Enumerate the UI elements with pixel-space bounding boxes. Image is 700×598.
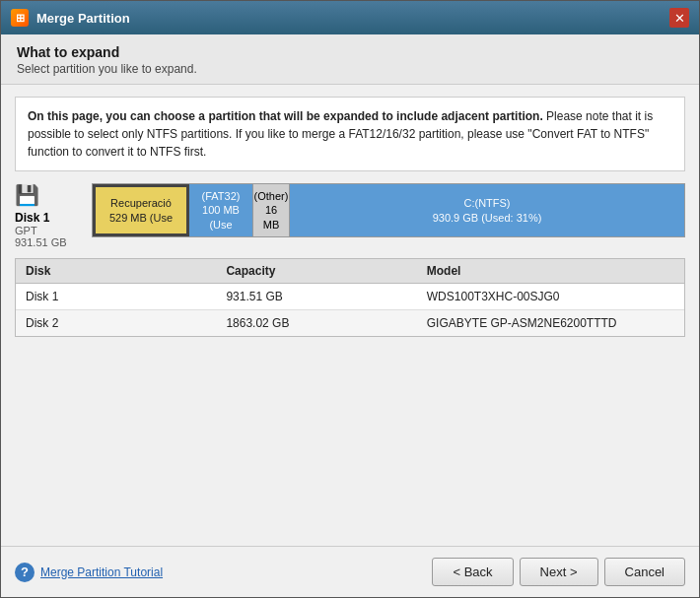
disk-visual: 💾 Disk 1 GPT 931.51 GB Recuperació 529 M… — [15, 183, 685, 248]
disk1-type: GPT — [15, 225, 37, 236]
disk1-size: 931.51 GB — [15, 236, 67, 248]
footer: ? Merge Partition Tutorial < Back Next >… — [1, 546, 699, 597]
dialog-title: Merge Partition — [36, 11, 130, 26]
partition-4-sublabel: 930.9 GB (Used: 31%) — [433, 211, 542, 225]
row1-disk: Disk 1 — [16, 284, 216, 310]
section-header: What to expand Select partition you like… — [1, 34, 699, 85]
close-button[interactable]: ✕ — [669, 8, 689, 28]
next-button[interactable]: Next > — [520, 558, 598, 586]
section-subtitle: Select partition you like to expand. — [17, 62, 683, 76]
disk1-label: 💾 Disk 1 GPT 931.51 GB — [15, 183, 84, 248]
partition-4[interactable]: C:(NTFS) 930.9 GB (Used: 31%) — [290, 184, 684, 236]
col-disk-header: Disk — [16, 259, 216, 284]
row1-capacity: 931.51 GB — [216, 284, 416, 310]
section-title: What to expand — [17, 44, 683, 60]
row2-capacity: 1863.02 GB — [216, 310, 416, 337]
partition-2[interactable]: (FAT32) 100 MB (Use — [189, 184, 253, 236]
title-bar-left: ⊞ Merge Partition — [11, 9, 130, 27]
partition-1-label: Recuperació — [110, 196, 172, 210]
cancel-button[interactable]: Cancel — [604, 558, 685, 586]
tutorial-link[interactable]: Merge Partition Tutorial — [40, 565, 163, 579]
help-icon[interactable]: ? — [15, 563, 35, 582]
disk-table: Disk Capacity Model Disk 1 931.51 GB WDS… — [15, 258, 685, 337]
help-icon-label: ? — [21, 565, 29, 579]
spacer — [1, 337, 699, 546]
row1-model: WDS100T3XHC-00SJG0 — [417, 284, 684, 310]
partition-3-sublabel: 16 MB — [257, 203, 285, 232]
title-bar: ⊞ Merge Partition ✕ — [1, 1, 699, 34]
row2-model: GIGABYTE GP-ASM2NE6200TTTD — [417, 310, 684, 337]
footer-buttons: < Back Next > Cancel — [432, 558, 685, 586]
disk1-icon: 💾 — [15, 183, 39, 207]
partition-2-sublabel: 100 MB (Use — [193, 203, 248, 232]
table-row[interactable]: Disk 2 1863.02 GB GIGABYTE GP-ASM2NE6200… — [16, 310, 684, 337]
partition-1-sublabel: 529 MB (Use — [109, 211, 173, 225]
partition-4-label: C:(NTFS) — [463, 196, 510, 210]
back-button[interactable]: < Back — [432, 558, 513, 586]
footer-left: ? Merge Partition Tutorial — [15, 563, 163, 582]
partition-1[interactable]: Recuperació 529 MB (Use — [93, 184, 189, 236]
col-model-header: Model — [417, 259, 684, 284]
dialog: ⊞ Merge Partition ✕ What to expand Selec… — [0, 0, 700, 598]
content-area: On this page, you can choose a partition… — [1, 85, 699, 546]
info-bold: On this page, you can choose a partition… — [28, 109, 543, 123]
row2-disk: Disk 2 — [16, 310, 216, 337]
partition-3[interactable]: (Other) 16 MB — [253, 184, 290, 236]
partition-3-label: (Other) — [254, 189, 289, 203]
table-row[interactable]: Disk 1 931.51 GB WDS100T3XHC-00SJG0 — [16, 284, 684, 310]
partition-2-label: (FAT32) — [202, 189, 241, 203]
disk1-name: Disk 1 — [15, 211, 49, 225]
app-icon: ⊞ — [11, 9, 29, 27]
partitions-bar: Recuperació 529 MB (Use (FAT32) 100 MB (… — [92, 183, 685, 237]
info-box: On this page, you can choose a partition… — [15, 97, 685, 171]
col-capacity-header: Capacity — [216, 259, 416, 284]
